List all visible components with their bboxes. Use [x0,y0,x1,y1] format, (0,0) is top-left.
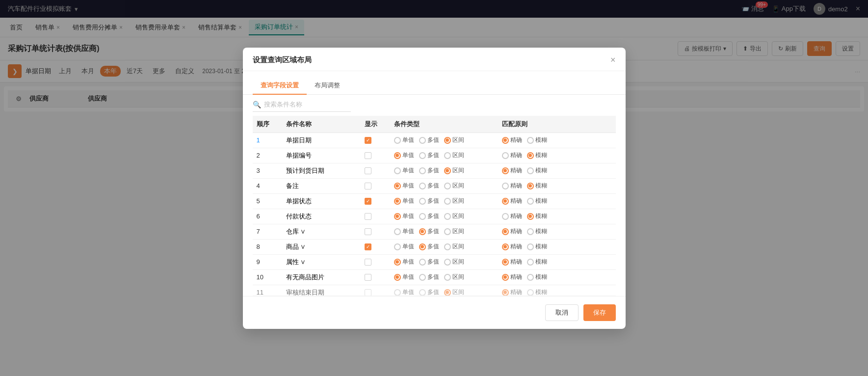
match-radio-模糊[interactable]: 模糊 [527,151,547,160]
match-radio-模糊[interactable]: 模糊 [527,136,547,144]
type-radio-多值[interactable]: 多值 [419,242,439,251]
dialog-tab-layout[interactable]: 布局调整 [307,77,348,95]
match-radio-精确[interactable]: 精确 [502,242,522,251]
type-radio-单值[interactable]: 单值 [394,197,414,205]
match-radio-精确[interactable]: 精确 [502,273,522,281]
type-radio-单值[interactable]: 单值 [394,136,414,144]
type-radio-单值[interactable]: 单值 [394,242,414,251]
match-radio-模糊[interactable]: 模糊 [527,273,547,281]
row-match-10: 精确模糊 [498,288,596,296]
row-checkbox-5[interactable] [361,213,390,220]
type-radio-多值[interactable]: 多值 [419,273,439,281]
match-radio-精确[interactable]: 精确 [502,258,522,266]
checkbox-2[interactable] [365,167,371,174]
type-radio-单值[interactable]: 单值 [394,258,414,266]
type-radio-区间[interactable]: 区间 [444,258,464,266]
row-checkbox-6[interactable] [361,228,390,235]
dialog-tab-query-fields[interactable]: 查询字段设置 [253,77,307,95]
type-radio-单值[interactable]: 单值 [394,227,414,236]
type-radio-区间[interactable]: 区间 [444,166,464,175]
type-radio-区间[interactable]: 区间 [444,288,464,296]
checkbox-5[interactable] [365,213,371,220]
checkbox-3[interactable] [365,183,371,189]
match-radio-模糊[interactable]: 模糊 [527,288,547,296]
checkbox-4[interactable] [365,198,371,205]
match-radio-精确[interactable]: 精确 [502,151,522,160]
match-radio-精确[interactable]: 精确 [502,288,522,296]
type-radio-多值[interactable]: 多值 [419,258,439,266]
match-radio-精确[interactable]: 精确 [502,227,522,236]
checkbox-6[interactable] [365,228,371,235]
type-radio-区间[interactable]: 区间 [444,227,464,236]
radio-circle [502,152,509,159]
row-checkbox-7[interactable] [361,243,390,250]
type-radio-单值[interactable]: 单值 [394,288,414,296]
radio-circle [419,228,426,235]
checkbox-1[interactable] [365,152,371,159]
row-match-8: 精确模糊 [498,258,596,266]
col-order: 顺序 [253,120,282,129]
row-order-9: 10 [253,273,282,281]
match-radio-精确[interactable]: 精确 [502,182,522,190]
type-radio-单值[interactable]: 单值 [394,166,414,175]
type-radio-区间[interactable]: 区间 [444,242,464,251]
row-checkbox-1[interactable] [361,152,390,159]
match-radio-精确[interactable]: 精确 [502,212,522,220]
type-radio-区间[interactable]: 区间 [444,212,464,220]
radio-circle [527,213,534,220]
type-radio-多值[interactable]: 多值 [419,212,439,220]
row-type-1: 单值多值区间 [390,151,498,160]
match-radio-模糊[interactable]: 模糊 [527,212,547,220]
dialog-tab-query-fields-label: 查询字段设置 [261,81,299,89]
row-checkbox-8[interactable] [361,259,390,266]
match-radio-精确[interactable]: 精确 [502,166,522,175]
match-radio-模糊[interactable]: 模糊 [527,227,547,236]
checkbox-7[interactable] [365,243,371,250]
checkbox-0[interactable] [365,137,371,144]
type-radio-多值[interactable]: 多值 [419,136,439,144]
type-radio-多值[interactable]: 多值 [419,197,439,205]
dialog-tab-bar: 查询字段设置 布局调整 [243,71,626,95]
radio-circle [502,198,509,205]
save-button[interactable]: 保存 [583,304,616,321]
checkbox-9[interactable] [365,274,371,281]
row-type-5: 单值多值区间 [390,212,498,220]
type-radio-多值[interactable]: 多值 [419,166,439,175]
match-radio-模糊[interactable]: 模糊 [527,258,547,266]
match-radio-精确[interactable]: 精确 [502,136,522,144]
type-radio-单值[interactable]: 单值 [394,273,414,281]
radio-circle [394,183,401,189]
type-radio-单值[interactable]: 单值 [394,182,414,190]
match-radio-模糊[interactable]: 模糊 [527,242,547,251]
type-radio-区间[interactable]: 区间 [444,197,464,205]
match-radio-模糊[interactable]: 模糊 [527,197,547,205]
search-input[interactable] [264,101,342,108]
match-radio-精确[interactable]: 精确 [502,197,522,205]
type-radio-多值[interactable]: 多值 [419,288,439,296]
row-checkbox-10[interactable] [361,289,390,296]
type-radio-区间[interactable]: 区间 [444,136,464,144]
type-radio-单值[interactable]: 单值 [394,212,414,220]
type-radio-多值[interactable]: 多值 [419,227,439,236]
row-checkbox-0[interactable] [361,137,390,144]
type-radio-单值[interactable]: 单值 [394,151,414,160]
row-checkbox-3[interactable] [361,183,390,189]
cancel-button[interactable]: 取消 [545,304,579,321]
row-checkbox-2[interactable] [361,167,390,174]
type-radio-多值[interactable]: 多值 [419,182,439,190]
type-radio-区间[interactable]: 区间 [444,151,464,160]
type-radio-区间[interactable]: 区间 [444,182,464,190]
type-radio-多值[interactable]: 多值 [419,151,439,160]
match-radio-模糊[interactable]: 模糊 [527,166,547,175]
checkbox-10[interactable] [365,289,371,296]
dialog-close-button[interactable]: × [610,55,616,64]
type-radio-区间[interactable]: 区间 [444,273,464,281]
row-order-0: 1 [253,136,282,144]
row-checkbox-4[interactable] [361,198,390,205]
checkbox-8[interactable] [365,259,371,266]
radio-circle [527,137,534,144]
match-radio-模糊[interactable]: 模糊 [527,182,547,190]
radio-circle [527,259,534,266]
row-checkbox-9[interactable] [361,274,390,281]
radio-circle [527,228,534,235]
